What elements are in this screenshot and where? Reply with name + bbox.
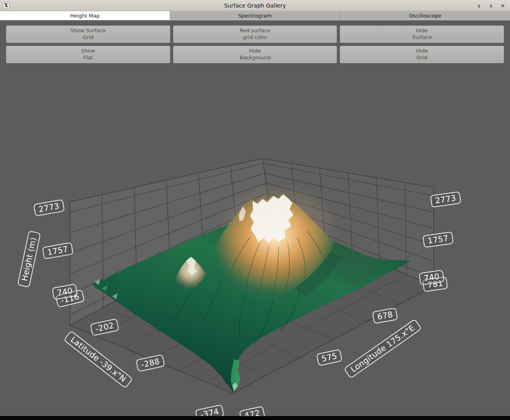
- window-close-button[interactable]: ✕: [500, 3, 506, 9]
- button-hide-background[interactable]: Hide Background: [173, 46, 337, 63]
- button-label: Hide: [340, 48, 504, 55]
- window-controls: ∨ ∧ ✕: [476, 0, 506, 11]
- bottom-edge-bar: [0, 416, 510, 420]
- toolbar: Show Surface Grid Red surface grid color…: [0, 20, 510, 64]
- button-hide-surface[interactable]: Hide Surface: [340, 25, 504, 43]
- window-shade-button[interactable]: ∨: [476, 3, 482, 9]
- button-hide-grid[interactable]: Hide Grid: [340, 46, 504, 63]
- button-red-surface-grid-color[interactable]: Red surface grid color: [173, 25, 337, 43]
- button-label: Surface: [340, 34, 504, 41]
- surface-plot[interactable]: 2773 1757 -116 740 Height (m) -202 -288 …: [0, 64, 510, 420]
- button-label: Hide: [340, 27, 504, 34]
- button-label: Red surface: [173, 27, 337, 34]
- button-label: Show Surface: [6, 27, 170, 34]
- button-label: grid color: [173, 34, 337, 41]
- window-title: Surface Graph Gallery: [0, 2, 510, 9]
- button-show-surface-grid[interactable]: Show Surface Grid: [6, 25, 170, 43]
- button-show-flat[interactable]: Show Flat: [6, 46, 170, 63]
- button-label: Show: [6, 48, 170, 55]
- button-label: Flat: [6, 55, 170, 61]
- window-maximize-button[interactable]: ∧: [488, 3, 494, 9]
- tab-spectrogram[interactable]: Spectrogram: [170, 11, 341, 20]
- tab-height-map[interactable]: Height Map: [0, 11, 170, 20]
- tab-bar: Height Map Spectrogram Oscilloscope: [0, 11, 510, 20]
- button-label: Hide: [173, 48, 337, 55]
- button-label: Background: [173, 55, 337, 61]
- title-bar: X Surface Graph Gallery ∨ ∧ ✕: [0, 0, 510, 11]
- button-label: Grid: [6, 34, 170, 41]
- button-label: Grid: [340, 55, 504, 61]
- tab-oscilloscope[interactable]: Oscilloscope: [340, 11, 510, 20]
